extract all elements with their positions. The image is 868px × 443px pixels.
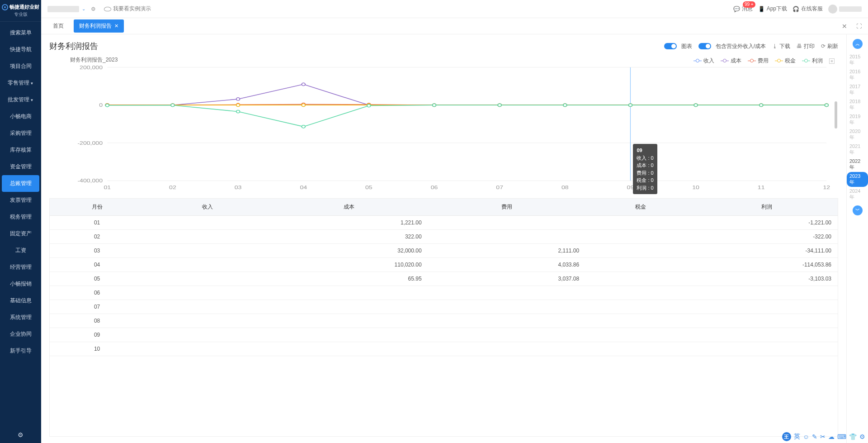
- fullscreen-icon[interactable]: ⛶: [856, 23, 862, 29]
- sidebar-item-13[interactable]: 工资: [0, 242, 41, 259]
- table-row: 011,221.00-1,221.00: [50, 216, 838, 230]
- svg-text:10: 10: [692, 184, 699, 190]
- svg-text:02: 02: [169, 184, 176, 190]
- svg-text:07: 07: [496, 184, 503, 190]
- svg-point-77: [629, 104, 632, 106]
- year-down-icon[interactable]: ︾: [853, 205, 863, 215]
- year-option[interactable]: 2024年: [847, 187, 868, 202]
- svg-text:04: 04: [300, 184, 307, 190]
- toggle-extra-income[interactable]: 包含营业外收入/成本: [698, 43, 766, 50]
- ime-emoji-icon[interactable]: ☺: [803, 433, 809, 440]
- refresh-button[interactable]: ⟳刷新: [821, 43, 838, 50]
- ime-lang[interactable]: 英: [794, 433, 800, 441]
- close-all-tabs-icon[interactable]: ✕: [840, 21, 849, 32]
- legend-menu-icon[interactable]: ≡: [829, 58, 835, 64]
- sidebar-item-3[interactable]: 零售管理▼: [0, 75, 41, 91]
- svg-text:200,000: 200,000: [80, 64, 103, 70]
- sidebar-item-11[interactable]: 税务管理: [0, 209, 41, 225]
- sidebar-item-14[interactable]: 经营管理: [0, 259, 41, 276]
- svg-point-79: [760, 104, 763, 106]
- sidebar-item-12[interactable]: 固定资产: [0, 225, 41, 242]
- year-option[interactable]: 2020年: [847, 127, 868, 142]
- close-icon[interactable]: ✕: [114, 23, 118, 29]
- legend-marker-icon: [693, 61, 702, 61]
- table-row: 02322.00-322.00: [50, 230, 838, 244]
- logo-icon: [2, 4, 8, 10]
- table-row: 10: [50, 342, 838, 356]
- legend-item[interactable]: 收入: [693, 57, 714, 65]
- phone-icon: 📱: [758, 6, 765, 12]
- svg-text:09: 09: [627, 184, 634, 190]
- brand-name: 畅捷通好业财: [9, 4, 39, 10]
- year-option[interactable]: 2019年: [847, 112, 868, 127]
- svg-point-76: [563, 104, 567, 106]
- chart-scrollbar[interactable]: [835, 101, 837, 129]
- support-button[interactable]: 🎧 在线客服: [793, 5, 823, 13]
- sidebar-item-10[interactable]: 发票管理: [0, 192, 41, 209]
- demo-link[interactable]: 我要看实例演示: [104, 5, 151, 13]
- year-up-icon[interactable]: ︽: [853, 39, 863, 49]
- sidebar-item-9[interactable]: 总账管理: [2, 175, 39, 192]
- sidebar-item-2[interactable]: 项目合同: [0, 58, 41, 75]
- sidebar-item-8[interactable]: 资金管理: [0, 158, 41, 175]
- download-icon: ⭳: [772, 43, 778, 49]
- chevron-down-icon: ⌄: [82, 6, 85, 11]
- sidebar-item-1[interactable]: 快捷导航: [0, 41, 41, 58]
- svg-point-69: [105, 104, 109, 107]
- svg-text:0: 0: [99, 102, 103, 108]
- table-header: 月份: [50, 199, 144, 216]
- sidebar-item-16[interactable]: 基础信息: [0, 292, 41, 309]
- toggle-chart[interactable]: 图表: [664, 43, 692, 50]
- year-option[interactable]: 2017年: [847, 82, 868, 97]
- topbar: ⌄ ⚙ 我要看实例演示 💬 消息 99 + 📱 App下载 🎧 在线客服: [41, 0, 868, 18]
- org-selector[interactable]: ⌄: [47, 6, 85, 12]
- table-row: 0332,000.002,111.00-34,111.00: [50, 244, 838, 258]
- legend-item[interactable]: 成本: [721, 57, 741, 65]
- year-option[interactable]: 2016年: [847, 67, 868, 82]
- ime-settings-icon[interactable]: ⚙: [859, 433, 865, 440]
- ime-engine-icon[interactable]: 王: [782, 432, 791, 441]
- ime-cloud-icon[interactable]: ☁: [828, 433, 835, 440]
- year-option[interactable]: 2018年: [847, 97, 868, 112]
- svg-point-70: [171, 104, 175, 106]
- tab-profit-report[interactable]: 财务利润报告 ✕: [74, 19, 124, 33]
- sidebar-item-4[interactable]: 批发管理▼: [0, 91, 41, 108]
- settings-gear-icon[interactable]: ⚙: [0, 427, 41, 443]
- profit-chart[interactable]: 财务利润报告_2023 收入成本费用税金利润≡ -400,000-200,000…: [49, 56, 838, 192]
- year-option[interactable]: 2021年: [847, 142, 868, 157]
- messages-button[interactable]: 💬 消息 99 +: [733, 5, 753, 13]
- org-settings-icon[interactable]: ⚙: [91, 6, 96, 12]
- ime-keyboard-icon[interactable]: ⌨: [837, 433, 846, 440]
- svg-point-71: [236, 110, 240, 113]
- user-menu[interactable]: [828, 5, 862, 14]
- sidebar-item-17[interactable]: 系统管理: [0, 309, 41, 326]
- sidebar-item-19[interactable]: 新手引导: [0, 343, 41, 359]
- svg-text:-200,000: -200,000: [77, 140, 103, 146]
- legend-item[interactable]: 税金: [775, 57, 796, 65]
- sidebar-item-5[interactable]: 小畅电商: [0, 108, 41, 125]
- legend-item[interactable]: 利润: [802, 57, 823, 65]
- year-option[interactable]: 2023年: [847, 172, 868, 187]
- sidebar-item-7[interactable]: 库存核算: [0, 142, 41, 158]
- sidebar-item-6[interactable]: 采购管理: [0, 125, 41, 142]
- tab-home[interactable]: 首页: [47, 19, 69, 33]
- ime-skin-icon[interactable]: 👕: [849, 433, 857, 440]
- year-option[interactable]: 2022年: [847, 157, 868, 172]
- sidebar-item-15[interactable]: 小畅报销: [0, 276, 41, 292]
- ime-edit-icon[interactable]: ✎: [812, 433, 817, 440]
- print-button[interactable]: 🖶打印: [797, 43, 815, 50]
- app-download-button[interactable]: 📱 App下载: [758, 5, 787, 13]
- page-title: 财务利润报告: [49, 41, 98, 52]
- svg-point-35: [236, 98, 240, 100]
- year-option[interactable]: 2015年: [847, 52, 868, 67]
- sidebar-item-0[interactable]: 搜索菜单: [0, 24, 41, 41]
- legend-item[interactable]: 费用: [748, 57, 769, 65]
- table-header: 收入: [144, 199, 270, 216]
- ime-scissors-icon[interactable]: ✂: [820, 433, 826, 440]
- download-button[interactable]: ⭳下载: [772, 43, 790, 50]
- print-icon: 🖶: [797, 43, 802, 49]
- headset-icon: 🎧: [793, 6, 799, 12]
- sidebar-item-18[interactable]: 企业协同: [0, 326, 41, 343]
- svg-point-73: [367, 104, 371, 107]
- refresh-icon: ⟳: [821, 43, 826, 49]
